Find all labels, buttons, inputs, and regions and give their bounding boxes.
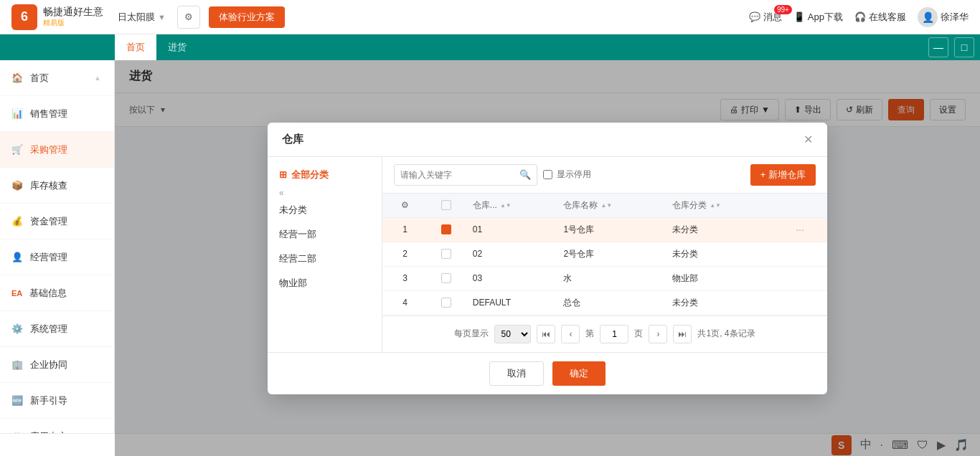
- sidebar-item-home[interactable]: 🏠 首页 ▲: [0, 60, 114, 96]
- header-checkbox[interactable]: [441, 200, 451, 210]
- total-info: 共1页, 4条记录: [697, 328, 755, 340]
- th-code[interactable]: 仓库... ▲▼: [464, 194, 555, 218]
- home-icon: 🏠: [11, 72, 23, 83]
- modal-close-icon[interactable]: ✕: [804, 133, 813, 146]
- mobile-icon: 📱: [793, 11, 805, 22]
- modal-body: ⊞ 全部分类 « 未分类 经营一部 经营二部: [268, 157, 827, 352]
- app-logo-icon: 6: [11, 4, 37, 30]
- nav-tab-purchase[interactable]: 进货: [156, 34, 198, 60]
- inventory-icon: 📦: [11, 180, 23, 191]
- nav-tab-actions: — □: [928, 37, 980, 57]
- cancel-button[interactable]: 取消: [489, 361, 544, 386]
- th-gear: ⚙: [382, 194, 428, 218]
- sidebar-collapse-icon[interactable]: «: [268, 182, 296, 204]
- sidebar-item-purchase[interactable]: 🛒 采购管理: [0, 132, 114, 168]
- search-input[interactable]: [400, 170, 519, 180]
- category-ops2[interactable]: 经营二部: [268, 247, 382, 271]
- row-checkbox[interactable]: [441, 224, 451, 234]
- app-download-button[interactable]: 📱 App下载: [793, 11, 843, 24]
- username: 徐泽华: [941, 11, 969, 24]
- online-service-button[interactable]: 🎧 在线客服: [854, 11, 906, 24]
- sort-code-icon: ▲▼: [500, 202, 512, 209]
- row-category: 未分类: [664, 290, 773, 315]
- trial-button[interactable]: 体验行业方案: [209, 6, 285, 28]
- table-row[interactable]: 1 01 1号仓库 未分类 ···: [382, 217, 827, 242]
- sidebar-item-sales[interactable]: 📊 销售管理: [0, 96, 114, 132]
- store-arrow-icon: ▼: [158, 13, 166, 22]
- row-code: 03: [464, 266, 555, 290]
- table-row[interactable]: 2 02 2号仓库 未分类: [382, 242, 827, 266]
- th-check: [428, 194, 464, 218]
- warehouse-modal: 仓库 ✕ ⊞ 全部分类 « 未分类: [268, 123, 827, 394]
- row-code: 02: [464, 242, 555, 266]
- app-name: 畅捷通好生意: [43, 6, 103, 18]
- message-badge: 99+: [774, 5, 792, 14]
- sidebar: 🏠 首页 ▲ 📊 销售管理 🛒 采购管理 📦 库存核查 💰 资金管理 👤 经营管…: [0, 60, 115, 456]
- sidebar-item-inventory[interactable]: 📦 库存核查: [0, 168, 114, 204]
- sort-cat-icon: ▲▼: [710, 202, 721, 209]
- page-number-input[interactable]: [600, 325, 628, 343]
- row-actions: [773, 242, 827, 266]
- sidebar-item-basic-info[interactable]: EA 基础信息: [0, 275, 114, 311]
- prev-page-button[interactable]: ‹: [561, 325, 580, 343]
- row-name: 水: [555, 266, 664, 290]
- enterprise-icon: 🏢: [11, 359, 23, 370]
- show-disabled-checkbox[interactable]: [543, 170, 552, 179]
- modal-title: 仓库: [282, 133, 303, 146]
- messages-button[interactable]: 💬 消息 99+: [749, 11, 782, 24]
- new-warehouse-button[interactable]: + 新增仓库: [750, 164, 816, 186]
- show-disabled-label[interactable]: 显示停用: [543, 168, 591, 181]
- sidebar-item-finance[interactable]: 💰 资金管理: [0, 204, 114, 239]
- store-selector[interactable]: 日太阳膜 ▼: [118, 11, 166, 24]
- table-row[interactable]: 3 03 水 物业部: [382, 266, 827, 290]
- nav-tab-home[interactable]: 首页: [115, 34, 156, 60]
- th-category[interactable]: 仓库分类 ▲▼: [664, 194, 773, 218]
- row-actions: [773, 266, 827, 290]
- table-header-row: ⚙ 仓库... ▲▼: [382, 194, 827, 218]
- table-row[interactable]: 4 DEFAULT 总仓 未分类: [382, 290, 827, 315]
- basic-info-icon: EA: [11, 289, 22, 298]
- sidebar-item-system[interactable]: ⚙️ 系统管理: [0, 311, 114, 347]
- grid-icon: ⊞: [279, 169, 287, 180]
- next-page-button[interactable]: ›: [649, 325, 667, 343]
- th-name[interactable]: 仓库名称 ▲▼: [555, 194, 664, 218]
- row-checkbox[interactable]: [441, 298, 451, 308]
- online-service-label: 在线客服: [869, 11, 906, 24]
- row-code: DEFAULT: [464, 290, 555, 315]
- maximize-button[interactable]: □: [954, 37, 974, 57]
- row-checkbox-cell: [428, 242, 464, 266]
- sidebar-item-enterprise[interactable]: 🏢 企业协同: [0, 347, 114, 383]
- sidebar-item-guide[interactable]: 🆕 新手引导: [0, 383, 114, 419]
- store-name: 日太阳膜: [118, 11, 155, 24]
- first-page-button[interactable]: ⏮: [537, 325, 555, 343]
- app-download-label: App下载: [808, 11, 843, 24]
- purchase-icon: 🛒: [11, 144, 23, 155]
- sidebar-item-management[interactable]: 👤 经营管理: [0, 239, 114, 275]
- settings-icon[interactable]: ⚙: [177, 6, 200, 29]
- finance-icon: 💰: [11, 216, 23, 227]
- search-wrapper: 🔍: [394, 164, 537, 186]
- category-ops1[interactable]: 经营一部: [268, 222, 382, 247]
- confirm-button[interactable]: 确定: [552, 361, 606, 386]
- row-category: 物业部: [664, 266, 773, 290]
- category-property[interactable]: 物业部: [268, 271, 382, 295]
- row-name: 2号仓库: [555, 242, 664, 266]
- last-page-button[interactable]: ⏭: [673, 325, 692, 343]
- row-checkbox-cell: [428, 217, 464, 242]
- modal-footer: 取消 确定: [268, 352, 827, 394]
- row-checkbox-cell: [428, 290, 464, 315]
- row-checkbox[interactable]: [441, 249, 451, 259]
- modal-overlay: 仓库 ✕ ⊞ 全部分类 « 未分类: [115, 60, 980, 456]
- minimize-button[interactable]: —: [928, 37, 948, 57]
- message-icon: 💬: [749, 11, 760, 22]
- per-page-select[interactable]: 50 10 20 100: [494, 325, 531, 343]
- row-category: 未分类: [664, 217, 773, 242]
- row-more-icon[interactable]: ···: [796, 224, 804, 235]
- row-checkbox[interactable]: [441, 273, 451, 283]
- headset-icon: 🎧: [854, 11, 866, 22]
- search-icon[interactable]: 🔍: [519, 169, 531, 180]
- row-number: 2: [382, 242, 428, 266]
- modal-toolbar: 🔍 显示停用 + 新增仓库: [382, 157, 827, 194]
- top-header: 6 畅捷通好生意 精易版 日太阳膜 ▼ ⚙ 体验行业方案 💬 消息 99+ 📱 …: [0, 0, 980, 34]
- user-profile[interactable]: 👤 徐泽华: [918, 7, 969, 27]
